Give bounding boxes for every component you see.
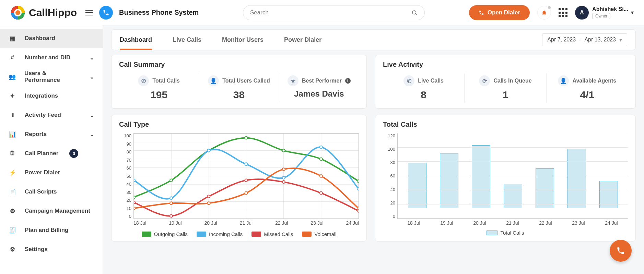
sidebar-item-reports[interactable]: 📊Reports⌄: [0, 125, 103, 144]
sidebar-item-users[interactable]: 👥Users & Performance⌄: [0, 67, 103, 86]
tab-dashboard[interactable]: Dashboard: [120, 30, 152, 50]
svg-point-48: [282, 168, 285, 171]
svg-point-24: [170, 179, 173, 182]
script-icon: 📄: [8, 188, 16, 196]
sidebar-item-activity[interactable]: ⫴Activity Feed⌄: [0, 105, 103, 125]
svg-point-33: [245, 163, 248, 165]
tabbar: Dashboard Live Calls Monitor Users Power…: [111, 29, 636, 50]
sidebar-item-integrations[interactable]: ✦Integrations: [0, 86, 103, 105]
tab-power-dialer[interactable]: Power Dialer: [284, 30, 321, 50]
legend-swatch: [487, 231, 497, 235]
metric-label: Total Calls: [152, 78, 180, 84]
notifications-button[interactable]: [537, 6, 551, 20]
metric-value: 1: [503, 89, 508, 101]
metric-total-calls: ✆Total Calls 195: [119, 73, 199, 103]
phone-icon: ✆: [138, 75, 149, 86]
svg-point-26: [245, 136, 248, 139]
chevron-down-icon: ⌄: [90, 131, 94, 138]
chevron-down-icon: ⌄: [90, 54, 94, 61]
date-range-picker[interactable]: Apr 7, 2023 - Apr 13, 2023 ▾: [542, 33, 627, 46]
metric-label: Total Users Called: [222, 78, 270, 84]
brand-name: CallHippo: [29, 7, 77, 18]
menu-toggle-icon[interactable]: [85, 10, 93, 15]
search-box[interactable]: [243, 5, 425, 20]
svg-point-31: [170, 197, 173, 199]
chevron-down-icon: ⌄: [90, 73, 94, 80]
tab-monitor-users[interactable]: Monitor Users: [222, 30, 264, 50]
svg-point-44: [134, 207, 135, 210]
sidebar-item-label: Reports: [25, 131, 47, 138]
sidebar-item-campaign[interactable]: ⚙Campaign Management: [0, 201, 103, 221]
phone-icon: [616, 246, 625, 255]
agent-icon: 👤: [558, 75, 569, 86]
sidebar-item-power-dialer[interactable]: ⚡Power Dialer: [0, 163, 103, 182]
call-type-chart: 1009080706050403020100 18 Jul19 Jul20 Ju…: [119, 133, 359, 229]
search-input[interactable]: [250, 9, 411, 16]
apps-grid-icon[interactable]: [559, 8, 567, 17]
sidebar-item-label: Integrations: [25, 92, 58, 99]
call-summary-title: Call Summary: [119, 61, 359, 68]
info-icon[interactable]: i: [345, 78, 351, 84]
svg-point-40: [245, 179, 248, 182]
sidebar-item-label: Dashboard: [25, 35, 55, 42]
chevron-down-icon: ⌄: [90, 112, 94, 119]
metric-value: 195: [150, 89, 167, 101]
svg-point-39: [207, 195, 210, 198]
notification-dot: [548, 6, 551, 9]
bolt-icon: ⚡: [8, 169, 16, 176]
date-start: Apr 7, 2023: [547, 37, 576, 43]
sidebar-item-label: Call Planner: [25, 150, 58, 157]
svg-point-42: [320, 192, 323, 195]
svg-point-49: [320, 175, 323, 177]
call-type-title: Call Type: [119, 121, 359, 128]
tab-live-calls[interactable]: Live Calls: [173, 30, 201, 50]
sidebar-item-billing[interactable]: 🧾Plan and Billing: [0, 221, 103, 240]
svg-point-30: [134, 179, 135, 182]
svg-point-38: [170, 215, 173, 217]
people-icon: 👥: [8, 73, 16, 80]
page-title: Business Phone System: [119, 9, 199, 16]
sidebar-item-label: Activity Feed: [25, 112, 61, 119]
sidebar-item-label: Call Scripts: [25, 188, 57, 195]
metric-label: Available Agents: [572, 78, 616, 84]
call-summary-card: Call Summary ✆Total Calls 195 👤Total Use…: [111, 55, 367, 109]
sidebar-item-dashboard[interactable]: ▦Dashboard: [0, 29, 103, 48]
brand-logo[interactable]: CallHippo: [10, 5, 77, 20]
chevron-down-icon: ▾: [619, 37, 622, 43]
sidebar-item-label: Plan and Billing: [25, 227, 69, 234]
user-role: Owner: [592, 13, 610, 19]
billing-icon: 🧾: [8, 227, 16, 234]
user-menu[interactable]: Abhishek Si... Owner: [592, 6, 628, 19]
metric-best-performer: ★Best Performeri James Davis: [279, 73, 359, 103]
person-icon: 👤: [208, 75, 219, 86]
sidebar-item-settings[interactable]: ⚙Settings: [0, 240, 103, 259]
sidebar-item-call-planner[interactable]: 🗓Call Planner0: [0, 144, 103, 163]
dialer-fab[interactable]: [610, 240, 632, 262]
svg-point-47: [245, 192, 248, 195]
avatar[interactable]: A: [575, 6, 589, 20]
svg-line-4: [415, 14, 417, 15]
metric-live-calls: ✆Live Calls 8: [383, 73, 464, 103]
metric-label: Best Performer: [302, 78, 342, 84]
svg-point-29: [357, 180, 359, 183]
sidebar-item-call-scripts[interactable]: 📄Call Scripts: [0, 182, 103, 201]
open-dialer-button[interactable]: Open Dialer: [469, 5, 530, 20]
metric-value: 8: [421, 89, 426, 101]
calendar-icon: 🗓: [8, 150, 16, 157]
sidebar-item-number-did[interactable]: #Number and DID⌄: [0, 48, 103, 67]
sidebar-item-label: Campaign Management: [25, 208, 90, 214]
metric-label: Calls In Queue: [493, 78, 531, 84]
phone-circle-icon[interactable]: [99, 6, 113, 20]
user-name: Abhishek Si...: [592, 6, 628, 12]
bell-icon: [541, 10, 547, 16]
svg-point-34: [282, 176, 285, 179]
sidebar-item-label: Users & Performance: [24, 70, 81, 84]
sidebar-item-label: Power Dialer: [25, 169, 60, 176]
sidebar: ▦Dashboard #Number and DID⌄ 👥Users & Per…: [0, 25, 103, 274]
phone-live-icon: ✆: [403, 75, 414, 86]
svg-point-27: [282, 149, 285, 152]
chevron-down-icon: ▾: [631, 9, 634, 16]
svg-point-46: [207, 202, 210, 204]
svg-point-45: [170, 202, 173, 204]
metric-value: James Davis: [294, 89, 344, 99]
